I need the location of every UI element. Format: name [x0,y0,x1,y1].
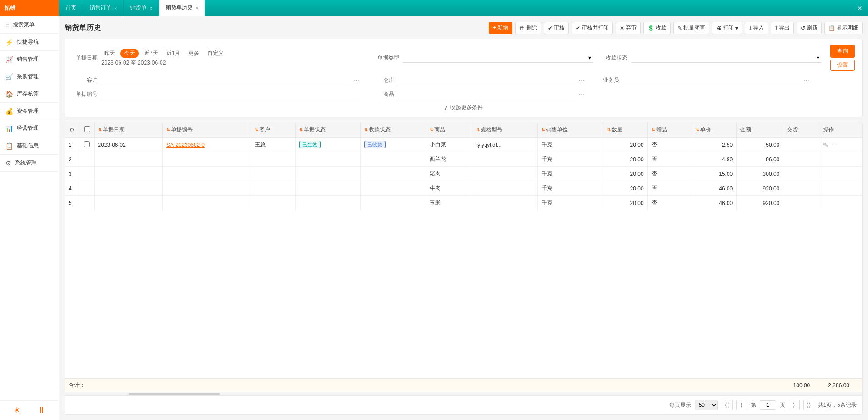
date-yesterday-btn[interactable]: 昨天 [101,49,118,58]
th-customer[interactable]: ⇅客户 [251,122,295,138]
row-payment-status: 已收款 [361,138,426,152]
th-spec[interactable]: ⇅规格型号 [472,122,538,138]
sidebar-sun-button[interactable]: ☀ [13,405,20,415]
row-amount: 96.00 [737,152,783,167]
tab-sales-order-close[interactable]: × [114,5,117,11]
last-page-button[interactable]: ⟩⟩ [803,400,814,410]
settings-button[interactable]: 设置 [830,60,855,71]
row-transaction [783,152,819,167]
tab-home[interactable]: 首页 [59,0,83,16]
goods-dots-icon[interactable]: ··· [578,90,584,99]
th-unit[interactable]: ⇅销售单位 [537,122,603,138]
sidebar-item-fund-mgmt[interactable]: 💰 资金管理 [0,103,59,120]
filter-customer-item: 客户 ··· [72,75,360,85]
batch-change-button[interactable]: ✎ 批量变更 [673,22,709,34]
collapse-button[interactable]: ∧ 收起更多条件 [72,104,855,111]
sidebar-item-purchase-mgmt[interactable]: 🛒 采购管理 [0,68,59,85]
th-unit-price[interactable]: ⇅单价 [692,122,737,138]
th-goods[interactable]: ⇅商品 [426,122,472,138]
page-number-input[interactable]: 1 [760,400,776,410]
filter-customer-input[interactable] [101,75,350,85]
date-more-btn[interactable]: 更多 [186,49,202,58]
sidebar-item-system-mgmt[interactable]: ⚙ 系统管理 [0,155,59,172]
customer-dots-icon[interactable]: ··· [354,76,360,85]
tab-sales-goods[interactable]: 销货单 × [124,0,159,16]
footer-totals: 100.00 2,286.00 [793,382,858,389]
select-all-checkbox[interactable] [84,126,90,132]
audit-button[interactable]: ✔ 审核 [544,22,569,34]
next-page-button[interactable]: ⟩ [789,400,800,410]
filter-payment-select[interactable]: ▾ [631,53,821,63]
refresh-button[interactable]: ↺ 刷新 [797,22,822,34]
row-doc-date [94,196,162,210]
row-doc-number [162,181,251,196]
th-settings[interactable]: ⚙ [65,122,80,138]
row-doc-number[interactable]: SA-20230602-0 [162,138,251,152]
export-button[interactable]: ⤴ 导出 [771,22,794,34]
edit-icon[interactable]: ✎ [823,141,828,149]
th-doc-number[interactable]: ⇅单据编号 [162,122,251,138]
salesperson-dots-icon[interactable]: ··· [803,76,809,85]
tab-sales-goods-close[interactable]: × [149,5,152,11]
tab-sales-history-close[interactable]: × [196,5,198,10]
audit-print-button[interactable]: ✔ 审核并打印 [572,22,613,34]
collapse-up-icon: ∧ [444,105,448,111]
sidebar-item-sales-mgmt[interactable]: 📈 销售管理 [0,51,59,68]
row-spec [472,196,538,210]
more-icon[interactable]: ⋯ [831,141,838,149]
row-checkbox[interactable] [80,138,94,152]
first-page-button[interactable]: ⟨⟨ [722,400,733,410]
collect-button[interactable]: 💲 收款 [643,22,671,34]
sidebar-item-operations[interactable]: 📊 经营管理 [0,120,59,137]
sidebar-item-label: 销售管理 [17,55,39,63]
row-doc-date [94,167,162,181]
print-button[interactable]: 🖨 打印 ▾ [712,22,742,34]
th-gift[interactable]: ⇅赠品 [647,122,692,138]
date-7days-btn[interactable]: 近7天 [141,49,161,58]
row-transaction [783,181,819,196]
th-doc-status[interactable]: ⇅单据状态 [295,122,361,138]
date-1month-btn[interactable]: 近1月 [164,49,183,58]
row-checkbox[interactable] [80,196,94,210]
sidebar-item-search-menu[interactable]: ≡ 搜索菜单 [0,16,59,34]
abandon-button[interactable]: ✕ 弃审 [616,22,641,34]
audit-print-icon: ✔ [576,25,580,31]
show-detail-button[interactable]: 📋 显示明细 [824,22,863,34]
filter-doctype-select[interactable]: ▾ [403,53,593,63]
th-checkbox[interactable] [80,122,94,138]
tab-bar-close-button[interactable]: ✕ [852,5,868,12]
date-range-buttons: 昨天 今天 近7天 近1月 更多 自定义 [101,49,365,58]
filter-warehouse-input[interactable] [398,75,575,85]
tab-sales-history[interactable]: 销货单历史 × [159,0,205,16]
horizontal-scrollbar[interactable] [65,392,862,395]
sidebar-pause-button[interactable]: ⏸ [37,405,45,415]
abandon-icon: ✕ [620,25,624,31]
date-custom-btn[interactable]: 自定义 [205,49,226,58]
date-today-btn[interactable]: 今天 [120,49,139,58]
row-checkbox[interactable] [80,152,94,167]
tab-sales-order[interactable]: 销售订单 × [83,0,124,16]
per-page-select[interactable]: 50 20 100 [695,400,718,410]
footer-label: 合计： [69,381,96,389]
quick-nav-icon: ⚡ [5,39,13,46]
prev-page-button[interactable]: ⟨ [736,400,747,410]
filter-salesperson-input[interactable] [623,75,800,85]
th-doc-date[interactable]: ⇅单据日期 [94,122,162,138]
sidebar-header: 拓维 [0,0,59,16]
sidebar-item-basic-info[interactable]: 📋 基础信息 [0,137,59,155]
row-checkbox[interactable] [80,167,94,181]
warehouse-dots-icon[interactable]: ··· [578,76,584,85]
th-payment-status[interactable]: ⇅收款状态 [361,122,426,138]
row-checkbox[interactable] [80,181,94,196]
query-button[interactable]: 查询 [830,45,855,58]
table-header-row: ⚙ ⇅单据日期 ⇅单据编号 ⇅客户 ⇅单据状态 ⇅收款状态 ⇅商品 ⇅规格型号 … [65,122,862,138]
th-quantity[interactable]: ⇅数量 [603,122,647,138]
import-button[interactable]: ⤵ 导入 [745,22,768,34]
filter-goods-input[interactable] [398,90,575,99]
filter-docnumber-input[interactable] [101,90,360,99]
new-button[interactable]: + 新增 [489,22,512,34]
sidebar-item-inventory[interactable]: 🏠 库存核算 [0,85,59,103]
sidebar-item-quick-nav[interactable]: ⚡ 快捷导航 [0,34,59,51]
delete-button[interactable]: 🗑 删除 [515,22,541,34]
scrollbar-thumb[interactable] [129,393,220,395]
